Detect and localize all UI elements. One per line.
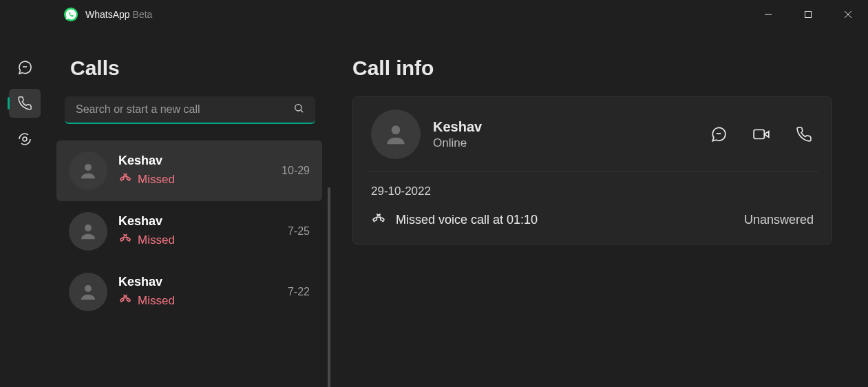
avatar [69,212,107,251]
whatsapp-logo-icon [63,7,78,22]
call-status-label: Missed [138,173,175,187]
close-button[interactable] [828,0,868,29]
svg-point-12 [85,224,92,231]
call-info-title: Call info [352,29,868,96]
voice-call-button[interactable] [794,125,814,144]
svg-line-8 [301,110,303,112]
svg-point-18 [392,125,401,134]
avatar [371,109,421,159]
call-time: 10-29 [282,165,310,177]
search-input[interactable] [76,103,293,116]
call-row[interactable]: Keshav Missed 7-22 [56,262,322,322]
title-bar: WhatsApp Beta [0,0,868,29]
contact-name: Keshav [433,119,697,135]
call-status-label: Missed [138,294,175,308]
call-time: 7-25 [288,225,310,238]
maximize-button[interactable] [788,0,828,29]
calls-panel: Calls Keshav [50,29,330,387]
call-name: Keshav [118,275,277,289]
call-row[interactable]: Keshav Missed 10-29 [56,140,322,201]
nav-rail [0,29,50,387]
call-event-status: Unanswered [744,213,814,227]
svg-point-9 [85,164,92,171]
svg-rect-20 [754,130,764,139]
call-date: 29-10-2022 [353,172,832,205]
contact-row: Keshav Online [353,97,832,171]
call-row[interactable]: Keshav Missed 7-25 [56,201,322,262]
missed-call-icon [118,231,132,249]
app-tag: Beta [133,9,153,20]
search-icon [293,103,304,116]
call-name: Keshav [118,154,271,168]
call-info-panel: Call info Keshav Online [330,29,868,387]
svg-rect-2 [805,12,812,18]
app-name: WhatsApp [85,9,130,20]
svg-point-7 [295,105,301,111]
contact-presence: Online [433,136,697,150]
search-box[interactable] [65,96,315,124]
call-name: Keshav [118,214,277,229]
svg-point-6 [23,137,27,141]
message-button[interactable] [709,125,728,144]
call-event-row: Missed voice call at 01:10 Unanswered [353,205,832,244]
minimize-button[interactable] [748,0,788,29]
avatar [69,273,107,311]
call-status-label: Missed [138,233,175,247]
nav-chats[interactable] [9,53,41,82]
calls-title: Calls [50,29,330,96]
avatar [69,151,107,190]
call-info-card: Keshav Online 29-10-2022 [352,96,832,244]
call-event-text: Missed voice call at 01:10 [396,213,734,227]
nav-calls[interactable] [9,89,41,118]
video-call-button[interactable] [752,125,771,144]
missed-call-icon [118,292,132,309]
missed-call-icon [371,211,386,229]
svg-point-15 [85,285,92,292]
call-time: 7-22 [288,286,310,298]
scrollbar[interactable] [328,187,330,387]
nav-status[interactable] [9,125,41,154]
missed-call-icon [118,171,132,188]
call-list: Keshav Missed 10-29 Keshav [50,140,330,387]
window-controls [748,0,868,29]
